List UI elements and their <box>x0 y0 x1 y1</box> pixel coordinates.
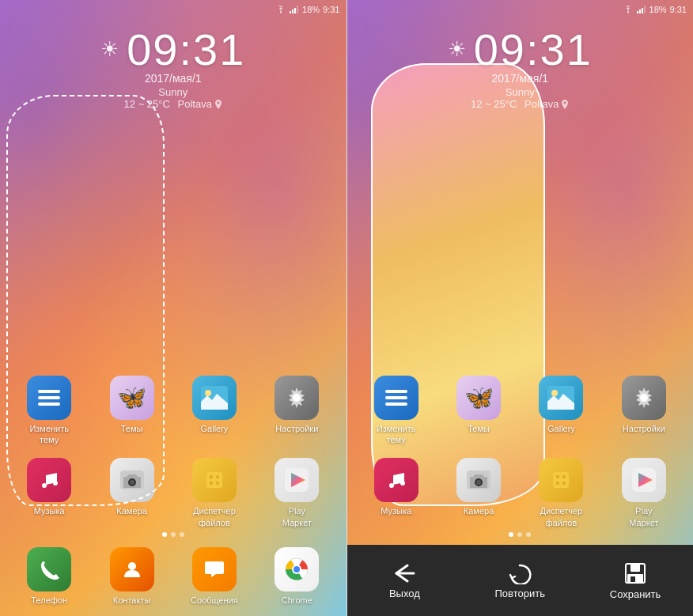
repeat-button[interactable]: Повторить <box>488 562 551 599</box>
right-page-dot-1 <box>509 532 513 537</box>
right-battery-text: 18% <box>649 5 667 14</box>
svg-point-20 <box>216 482 219 485</box>
right-time-status: 9:31 <box>670 5 687 14</box>
right-app-gallery[interactable]: Gallery <box>532 376 591 446</box>
left-theme-changer-label: Изменитьтему <box>29 423 69 446</box>
left-dock-messages[interactable]: Сообщения <box>184 547 244 606</box>
svg-point-9 <box>205 390 211 396</box>
left-time-status: 9:31 <box>323 5 339 14</box>
left-app-files[interactable]: Диспетчерфайлов <box>184 458 244 528</box>
svg-point-11 <box>42 483 47 488</box>
wifi-icon <box>275 6 286 13</box>
left-app-camera[interactable]: Камера <box>102 458 161 528</box>
left-camera-icon <box>110 458 154 502</box>
svg-rect-4 <box>297 6 298 13</box>
left-phone-panel: 18% 9:31 ☀ 09:31 2017/мая/1 Sunny 12 ~ 2… <box>0 0 346 616</box>
svg-point-43 <box>556 475 559 478</box>
left-files-icon <box>192 458 237 502</box>
left-app-gallery[interactable]: Gallery <box>184 376 244 446</box>
left-play-label: PlayМаркет <box>282 505 312 528</box>
left-status-right: 18% 9:31 <box>275 5 339 14</box>
right-music-icon <box>374 458 418 502</box>
left-app-theme-changer[interactable]: Изменитьтему <box>20 376 79 446</box>
svg-rect-29 <box>642 8 643 13</box>
page-dot-3 <box>180 532 184 537</box>
right-page-dot-2 <box>517 532 522 537</box>
right-app-play[interactable]: PlayМаркет <box>614 458 673 528</box>
right-signal-icon <box>637 6 646 13</box>
left-clock-date: 2017/мая/1 <box>145 72 202 85</box>
svg-point-15 <box>130 480 134 485</box>
svg-rect-30 <box>644 6 646 13</box>
left-dock-chrome[interactable]: Chrome <box>267 547 327 606</box>
left-app-music[interactable]: Музыка <box>20 458 79 528</box>
svg-point-41 <box>476 480 481 485</box>
right-app-grid: Изменитьтему 🦋 Темы Gallery <box>347 376 694 541</box>
svg-rect-6 <box>38 396 60 399</box>
right-status-right: 18% 9:31 <box>623 5 687 14</box>
left-battery-text: 18% <box>302 5 320 14</box>
right-music-label: Музыка <box>381 505 411 516</box>
left-clock-location: 12 ~ 25°C Poltava <box>124 98 222 110</box>
right-themes-label: Темы <box>468 423 490 434</box>
left-phone-label: Телефон <box>31 595 67 606</box>
left-themes-icon: 🦋 <box>110 376 154 420</box>
left-app-settings[interactable]: Настройки <box>267 376 327 446</box>
left-messages-icon <box>192 547 237 591</box>
left-music-icon <box>27 458 71 502</box>
left-dock-phone[interactable]: Телефон <box>20 547 79 606</box>
right-gallery-icon <box>539 376 583 420</box>
right-clock-time: 09:31 <box>474 24 593 75</box>
left-clock-time: 09:31 <box>127 24 245 75</box>
left-chrome-icon <box>275 547 319 591</box>
right-app-music[interactable]: Музыка <box>366 458 426 528</box>
page-dot-2 <box>171 532 176 537</box>
right-files-icon <box>539 458 583 502</box>
left-gallery-icon <box>192 376 237 420</box>
right-theme-changer-label: Изменитьтему <box>377 423 416 446</box>
svg-point-12 <box>53 481 58 486</box>
right-themes-icon: 🦋 <box>456 376 501 420</box>
right-app-files[interactable]: Диспетчерфайлов <box>532 458 591 528</box>
right-app-row-1: Изменитьтему 🦋 Темы Gallery <box>355 376 686 446</box>
svg-point-25 <box>293 566 300 573</box>
save-label: Сохранить <box>610 588 661 600</box>
left-chrome-label: Chrome <box>282 595 312 606</box>
exit-label: Выход <box>389 588 420 599</box>
left-app-play[interactable]: PlayМаркет <box>267 458 327 528</box>
right-app-settings[interactable]: Настройки <box>614 376 673 446</box>
right-theme-changer-icon <box>374 376 418 420</box>
svg-rect-2 <box>292 9 293 13</box>
left-dock-contacts[interactable]: Контакты <box>102 547 161 606</box>
right-app-themes[interactable]: 🦋 Темы <box>449 376 509 446</box>
right-page-dot-3 <box>526 532 531 537</box>
svg-point-22 <box>128 562 136 570</box>
left-app-themes[interactable]: 🦋 Темы <box>102 376 161 446</box>
exit-icon <box>392 562 417 584</box>
left-sun-icon: ☀ <box>100 37 119 62</box>
svg-rect-28 <box>639 9 641 13</box>
right-app-theme-changer[interactable]: Изменитьтему <box>366 376 426 446</box>
left-play-icon <box>275 458 319 502</box>
svg-rect-32 <box>385 396 407 399</box>
left-themes-label: Темы <box>121 423 143 434</box>
left-settings-icon <box>275 376 319 420</box>
save-button[interactable]: Сохранить <box>604 561 667 600</box>
exit-button[interactable]: Выход <box>373 562 436 599</box>
right-clock-weather: Sunny <box>506 86 535 98</box>
right-app-row-2: Музыка Камера <box>355 458 686 528</box>
svg-point-46 <box>562 482 566 485</box>
svg-point-19 <box>216 475 219 478</box>
right-action-bar: Выход Повторить Сохранить <box>347 545 694 616</box>
svg-rect-54 <box>631 564 640 572</box>
svg-point-0 <box>280 12 282 13</box>
repeat-icon <box>507 562 532 584</box>
svg-rect-1 <box>290 11 291 13</box>
page-dot-1 <box>162 532 167 537</box>
svg-point-38 <box>400 481 405 486</box>
right-app-camera[interactable]: Камера <box>449 458 509 528</box>
left-page-dots <box>0 532 346 537</box>
left-clock-widget: ☀ 09:31 2017/мая/1 Sunny 12 ~ 25°C Polta… <box>0 24 346 110</box>
svg-point-18 <box>210 482 213 485</box>
svg-rect-33 <box>385 402 407 406</box>
